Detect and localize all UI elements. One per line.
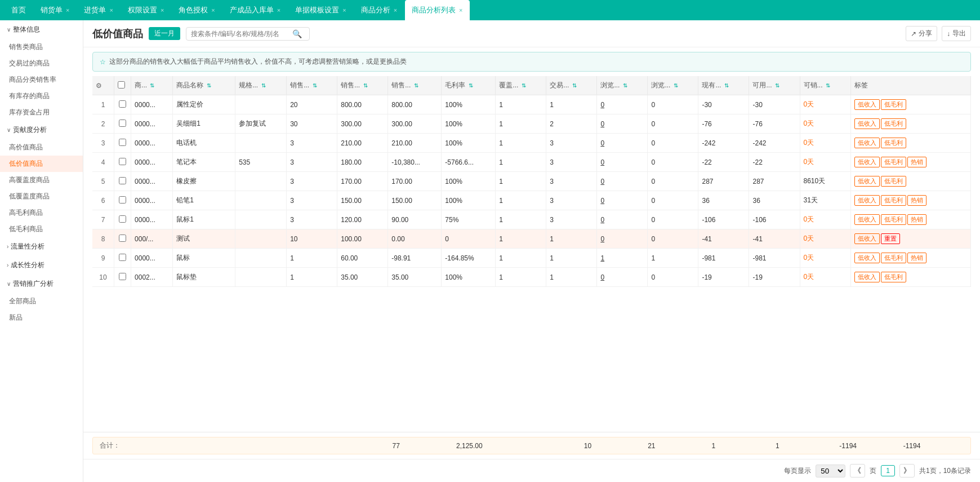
- row-checkbox[interactable]: [119, 215, 126, 223]
- sidebar-item-low-margin[interactable]: 低毛利商品: [0, 221, 83, 237]
- sidebar-section-traffic[interactable]: › 流量性分析: [0, 237, 83, 256]
- browse-link[interactable]: 0: [600, 178, 604, 185]
- sidebar-section-contribution[interactable]: ∨ 贡献度分析: [0, 121, 83, 139]
- col-code[interactable]: 商... ⇅: [131, 76, 173, 95]
- col-margin-rate[interactable]: 毛利率 ⇅: [442, 76, 496, 95]
- browse-link[interactable]: 0: [600, 101, 604, 109]
- col-transaction[interactable]: 交易... ⇅: [546, 76, 597, 95]
- table-wrapper[interactable]: ⚙ 商... ⇅ 商品名称 ⇅ 规格... ⇅ 销售... ⇅ 销售... ⇅ …: [83, 76, 980, 432]
- browse-link[interactable]: 0: [600, 197, 604, 205]
- cell-checkbox[interactable]: [114, 249, 131, 268]
- sidebar-item-high-margin[interactable]: 高毛利商品: [0, 205, 83, 221]
- sidebar-section-overview[interactable]: ∨ 整体信息: [0, 20, 83, 39]
- select-all-checkbox[interactable]: [118, 81, 125, 89]
- browse-link[interactable]: 1: [600, 254, 604, 262]
- sidebar-item-all-products[interactable]: 全部商品: [0, 293, 83, 309]
- sidebar-item-stock-products[interactable]: 有库存的商品: [0, 88, 83, 104]
- close-icon[interactable]: ×: [161, 7, 164, 14]
- sidebar-section-marketing[interactable]: ∨ 营销推广分析: [0, 275, 83, 293]
- browse-link[interactable]: 0: [600, 216, 604, 224]
- page-size-select[interactable]: 50 100 200: [816, 465, 845, 477]
- row-checkbox[interactable]: [119, 100, 126, 108]
- col-available[interactable]: 可用... ⇅: [749, 76, 800, 95]
- nav-sales-order[interactable]: 销货单 ×: [34, 0, 76, 20]
- close-icon[interactable]: ×: [66, 7, 69, 14]
- cell-checkbox[interactable]: [114, 134, 131, 153]
- sidebar-item-new-products[interactable]: 新品: [0, 309, 83, 326]
- sidebar-item-high-coverage[interactable]: 高覆盖度商品: [0, 172, 83, 188]
- cell-checkbox[interactable]: [114, 210, 131, 229]
- cell-browse1[interactable]: 0: [597, 191, 648, 210]
- settings-icon[interactable]: ⚙: [96, 82, 102, 90]
- row-checkbox[interactable]: [119, 158, 126, 165]
- row-checkbox[interactable]: [119, 235, 126, 242]
- col-browse1[interactable]: 浏览... ⇅: [597, 76, 648, 95]
- row-checkbox[interactable]: [119, 273, 126, 280]
- row-checkbox[interactable]: [119, 254, 126, 261]
- cell-browse1[interactable]: 0: [597, 95, 648, 114]
- cell-browse1[interactable]: 0: [597, 114, 648, 134]
- col-sales2[interactable]: 销售... ⇅: [337, 76, 388, 95]
- row-checkbox[interactable]: [119, 139, 126, 146]
- sidebar-item-sales-products[interactable]: 销售类商品: [0, 39, 83, 55]
- sidebar-section-growth[interactable]: › 成长性分析: [0, 256, 83, 275]
- first-page-button[interactable]: 《: [850, 464, 865, 477]
- cell-checkbox[interactable]: [114, 153, 131, 172]
- close-icon[interactable]: ×: [277, 7, 280, 14]
- col-sellable[interactable]: 可销... ⇅: [800, 76, 850, 95]
- cell-browse1[interactable]: 0: [597, 268, 648, 287]
- col-browse2[interactable]: 浏览... ⇅: [648, 76, 698, 95]
- cell-checkbox[interactable]: [114, 114, 131, 134]
- cell-checkbox[interactable]: [114, 191, 131, 210]
- nav-permission[interactable]: 权限设置 ×: [121, 0, 171, 20]
- browse-link[interactable]: 0: [600, 120, 604, 128]
- cell-checkbox[interactable]: [114, 229, 131, 249]
- browse-link[interactable]: 0: [600, 235, 604, 243]
- row-checkbox[interactable]: [119, 196, 126, 204]
- row-checkbox[interactable]: [119, 120, 126, 127]
- nav-product-inbound[interactable]: 产成品入库单 ×: [223, 0, 287, 20]
- share-button[interactable]: ↗ 分享: [906, 26, 937, 41]
- nav-home[interactable]: 首页: [5, 0, 33, 20]
- close-icon[interactable]: ×: [109, 7, 113, 14]
- cell-checkbox[interactable]: [114, 172, 131, 191]
- sidebar-item-category-sales-rate[interactable]: 商品分类销售率: [0, 72, 83, 88]
- browse-link[interactable]: 0: [600, 158, 604, 166]
- cell-browse1[interactable]: 0: [597, 134, 648, 153]
- col-sales3[interactable]: 销售... ⇅: [388, 76, 442, 95]
- close-icon[interactable]: ×: [342, 7, 346, 14]
- sidebar-item-stock-capital[interactable]: 库存资金占用: [0, 104, 83, 121]
- sidebar-item-traded-products[interactable]: 交易过的商品: [0, 55, 83, 72]
- nav-role-auth[interactable]: 角色授权 ×: [172, 0, 221, 20]
- col-spec[interactable]: 规格... ⇅: [235, 76, 287, 95]
- sidebar-item-low-coverage[interactable]: 低覆盖度商品: [0, 188, 83, 205]
- close-icon[interactable]: ×: [211, 7, 215, 14]
- cell-browse1[interactable]: 0: [597, 172, 648, 191]
- row-checkbox[interactable]: [119, 177, 126, 184]
- col-current-stock[interactable]: 现有... ⇅: [698, 76, 749, 95]
- col-coverage[interactable]: 覆盖... ⇅: [496, 76, 546, 95]
- col-name[interactable]: 商品名称 ⇅: [173, 76, 235, 95]
- nav-product-analysis-list[interactable]: 商品分析列表 ×: [405, 0, 469, 20]
- cell-browse1[interactable]: 0: [597, 210, 648, 229]
- next-page-button[interactable]: 》: [899, 464, 915, 477]
- export-button[interactable]: ↓ 导出: [942, 26, 971, 41]
- sidebar-item-high-value[interactable]: 高价值商品: [0, 139, 83, 156]
- col-sales1[interactable]: 销售... ⇅: [287, 76, 337, 95]
- cell-checkbox[interactable]: [114, 95, 131, 114]
- search-input[interactable]: [191, 30, 292, 38]
- cell-browse1[interactable]: 0: [597, 229, 648, 249]
- col-settings[interactable]: ⚙: [92, 76, 114, 95]
- cell-browse1[interactable]: 0: [597, 153, 648, 172]
- sidebar-item-low-value[interactable]: 低价值商品: [0, 156, 83, 172]
- nav-template[interactable]: 单据模板设置 ×: [288, 0, 353, 20]
- nav-purchase-order[interactable]: 进货单 ×: [77, 0, 119, 20]
- close-icon[interactable]: ×: [394, 7, 397, 14]
- browse-link[interactable]: 0: [600, 273, 604, 281]
- cell-browse1[interactable]: 1: [597, 249, 648, 268]
- browse-link[interactable]: 0: [600, 139, 604, 147]
- cell-checkbox[interactable]: [114, 268, 131, 287]
- nav-product-analysis[interactable]: 商品分析 ×: [354, 0, 404, 20]
- close-icon[interactable]: ×: [459, 7, 462, 14]
- filter-button[interactable]: 近一月: [149, 27, 180, 40]
